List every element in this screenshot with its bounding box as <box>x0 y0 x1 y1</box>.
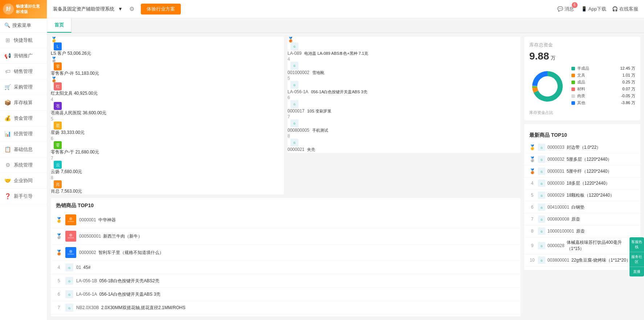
svg-text:G: G <box>68 280 70 283</box>
product-name: 中华神器 <box>98 217 516 223</box>
product-icon: G <box>290 62 298 70</box>
medal-icon: 🥇 <box>529 144 536 150</box>
float-btn-community[interactable]: 服务社区 <box>629 252 644 267</box>
inventory-unit: 万 <box>551 55 555 61</box>
inventory-total: 9.88 万 <box>529 50 635 62</box>
svg-text:G: G <box>541 171 542 173</box>
sidebar-item-sales[interactable]: 🏷销售管理 <box>0 64 47 79</box>
rank-number: 8 <box>529 229 536 234</box>
legend-item: 成品 0.25 万 <box>571 79 635 85</box>
customer-rank-row: 6 零 零售客户-于 21,680.00元 <box>51 136 284 155</box>
sidebar-item-enterprise[interactable]: 🤝企业协同 <box>0 173 47 189</box>
product-name: 智利车子里（规格不知道填什么） <box>98 250 516 256</box>
legend-item: 文具 1.01 万 <box>571 73 635 78</box>
rank-number: 8 <box>288 134 290 139</box>
product-code: 004100001 <box>547 205 569 210</box>
product-code: 0000021 <box>288 147 305 152</box>
product-icon: G <box>65 290 73 298</box>
product-icon: G <box>65 277 73 285</box>
sidebar-item-marketing[interactable]: 📢营销推广 <box>0 48 47 64</box>
legend-label: 成品 <box>577 79 620 85</box>
rank-number: 4 <box>288 57 290 62</box>
medal-icon: 🥉 <box>288 37 294 42</box>
legend-value: 0.07 万 <box>623 86 635 92</box>
donut-segment <box>532 71 547 86</box>
medal-icon: 🥈 <box>55 233 62 239</box>
logo-sub: 标准版 <box>16 9 40 15</box>
sold-rank-row: 5 G LA-056-1A 056-1A白色按键开关盖ABS 3壳 <box>288 75 521 95</box>
rank-amount: 33,333.00元 <box>61 130 85 135</box>
online-service-btn[interactable]: 🎧 在线客服 <box>612 6 638 12</box>
float-btn-hotline[interactable]: 客服热线 <box>629 237 644 252</box>
hot-product-row: 6 G LA-056-1A 056-1A白色按键开关盖ABS 3壳 <box>51 288 521 301</box>
float-btn-live[interactable]: 直播 <box>629 267 644 276</box>
product-code: LA-089 <box>288 51 302 56</box>
sidebar-item-quick-nav[interactable]: ⊞快捷导航 <box>0 33 47 48</box>
app-download-btn[interactable]: 📱 App下载 <box>581 6 606 12</box>
product-name: 电池盖 LA-089 ABS本色+黑种 7.1克 <box>304 51 368 56</box>
medal-icon: 🥇 <box>51 37 57 42</box>
product-name: 056-1A白色按键开关盖ABS 3壳 <box>99 291 516 298</box>
nav-icon-guide: ❓ <box>4 193 11 200</box>
product-code: 003800001 <box>547 258 569 263</box>
inventory-card: 库存总资金 9.88 万 半成品 12.45 万 文具 1.01 万 成品 0.… <box>524 37 640 120</box>
new-product-row: 🥇 G 0000033 封边带（1.0*22） <box>524 141 640 153</box>
hot-product-row: 🥇 0000001 中华神器 <box>51 212 521 228</box>
message-btn[interactable]: 💬 消息 6 <box>556 4 575 14</box>
product-code: NB2.0X30B <box>76 305 99 310</box>
svg-text:G: G <box>293 141 295 144</box>
product-icon: G <box>290 119 298 127</box>
sidebar-item-system[interactable]: ⚙系统管理 <box>0 157 47 173</box>
rank-number: 4 <box>51 97 53 102</box>
trial-button[interactable]: 体验行业方案 <box>141 4 181 15</box>
product-icon: G <box>290 100 298 108</box>
product-code: 0000031 <box>547 169 564 174</box>
legend-label: 肉类 <box>577 93 619 99</box>
donut-chart <box>529 68 566 104</box>
legend-item: 肉类 -0.05 万 <box>571 93 635 99</box>
product-name: 10S 变刷罗浆 <box>307 109 331 113</box>
sidebar-item-operations[interactable]: 📊经营管理 <box>0 126 47 142</box>
product-icon: G <box>290 42 298 50</box>
rank-name: LS 客户 <box>51 51 66 56</box>
customer-rank-row: 4 苍 苍南县人民医院 36,600.00元 <box>51 97 284 116</box>
customer-rank-row: 5 星 星扬 33,333.00元 <box>51 116 284 136</box>
medal-icon: 🥉 <box>529 168 536 174</box>
sidebar-item-guide[interactable]: ❓新手引导 <box>0 189 47 204</box>
product-name: 22g鱼豆腐-烧烤味（1*12*20） <box>571 257 636 263</box>
rank-number: 6 <box>51 136 53 141</box>
product-code: 000800005 <box>288 128 309 133</box>
medal-icon: 🥉 <box>51 77 57 82</box>
nav-icon-enterprise: 🤝 <box>4 177 11 184</box>
product-icon: G <box>538 144 545 151</box>
product-icon: G <box>65 263 73 271</box>
hot-product-row: 4 G 01 45# <box>51 261 521 274</box>
sidebar-item-inventory[interactable]: 📦库存核算 <box>0 95 47 111</box>
new-product-row: 8 G 10000100001 原壶 <box>524 225 640 237</box>
sidebar-search[interactable]: 🔍 搜索菜单 <box>0 19 47 33</box>
product-code: 0000030 <box>547 181 564 186</box>
product-icon: G <box>290 81 298 89</box>
nav-label-quick-nav: 快捷导航 <box>14 37 33 44</box>
svg-text:G: G <box>68 307 70 310</box>
topbar: 装备及固定资产辅助管理系统 ▼ ⚙ 体验行业方案 💬 消息 6 📱 App下载 … <box>47 0 644 18</box>
settings-icon[interactable]: ⚙ <box>126 4 137 15</box>
tab-home[interactable]: 首页 <box>47 18 72 33</box>
sidebar-item-finance[interactable]: 💰资金管理 <box>0 111 47 126</box>
sidebar-item-purchase[interactable]: 🛒采购管理 <box>0 79 47 95</box>
legend-value: 1.01 万 <box>623 73 635 78</box>
product-code: 001000002 <box>288 70 309 75</box>
rank-name: 肖总 <box>51 189 60 194</box>
sidebar-item-basics[interactable]: 📋基础信息 <box>0 142 47 157</box>
legend-dot <box>571 94 575 98</box>
medal-icon: 🥈 <box>529 156 536 162</box>
nav-icon-finance: 💰 <box>4 115 11 122</box>
nav-icon-system: ⚙ <box>4 162 11 168</box>
rank-name: 红太阳文具 <box>51 91 73 96</box>
medal-icon: 🥈 <box>51 57 57 62</box>
product-code: LA-056-1A <box>288 89 308 94</box>
rank-number: 7 <box>51 156 53 161</box>
nav-label-system: 系统管理 <box>14 162 33 168</box>
customer-rank-row: 8 肖 肖总 7,563.00元 <box>51 175 284 194</box>
hot-product-row: 5 G LA-056-1B 056-1B白色按键开关壳ABS2壳 <box>51 274 521 288</box>
